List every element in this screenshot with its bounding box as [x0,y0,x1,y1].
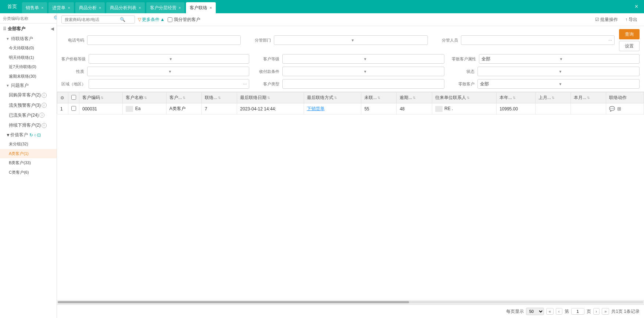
filter-search-input[interactable] [65,17,120,22]
retail-customer-select[interactable]: 全部 ▼ [477,79,640,89]
tab-sales[interactable]: 销售单 × [22,2,47,13]
col-contact-sort[interactable]: ⇅ [218,96,221,100]
retail-customer-field: 零散客户 全部 ▼ [452,79,640,89]
price-grade-label: 客户价格等级 [61,56,89,62]
col-last-date-sort[interactable]: ⇅ [267,96,270,100]
retail-customer-label: 零散客户 [452,81,477,87]
sidebar-item-7days[interactable]: 近7天待联络(0) [0,62,57,72]
info-icon-declining[interactable]: i [42,123,47,128]
prev-page-button[interactable]: ‹ [556,308,562,315]
info-icon-churn-warning[interactable]: i [42,103,47,108]
col-overdue: 逾期... ⇅ [397,92,432,103]
my-customers-input[interactable] [168,17,172,22]
value-customers-group[interactable]: ▼ 价值客户 ↻ ○ ⊡ [0,130,57,139]
info-icon-churned[interactable]: i [39,113,44,118]
batch-op-button[interactable]: ☑ 批量操作 [593,16,620,24]
retail-attr-select[interactable]: 全部 ▼ [479,54,640,64]
tab-product-list[interactable]: 商品分析列表 × [106,2,144,13]
gear-icon[interactable]: ⚙ [60,95,64,100]
col-last-method-sort[interactable]: ⇅ [334,96,337,100]
value-settings-icon[interactable]: ⊡ [37,132,41,138]
query-button[interactable]: 查询 [619,29,640,39]
sidebar-item-churned[interactable]: 已流失客户(24) i [0,110,57,120]
tab-product-analysis-close[interactable]: × [99,6,101,10]
info-icon-repurchase[interactable]: i [42,93,47,98]
phone-input[interactable] [87,35,241,45]
person-select[interactable]: ··· [461,35,615,45]
value-refresh-icon[interactable]: ↻ [29,132,33,138]
last-page-button[interactable]: » [602,308,609,315]
sidebar-item-class-a[interactable]: A类客户(1) [0,149,57,159]
filter-search-icon[interactable]: 🔍 [120,17,125,22]
settings-button[interactable]: 设置 [619,41,640,51]
sidebar-item-today[interactable]: 今天待联络(0) [0,43,57,53]
sidebar-item-class-b[interactable]: B类客户(33) [0,158,57,168]
tab-customer-mgmt[interactable]: 客户分层经营 × [146,2,185,13]
level-select[interactable]: ▼ [282,54,444,64]
problem-customers-group[interactable]: ▼ 问题客户 [0,81,57,90]
col-this-year-sort[interactable]: ⇅ [513,96,516,100]
qr-icon[interactable]: ⊞ [617,106,621,112]
next-page-button[interactable]: › [593,308,600,315]
value-customers-title: 价值客户 [10,132,28,138]
sidebar-item-overdue[interactable]: 逾期未联络(30) [0,72,57,81]
col-code-sort[interactable]: ⇅ [101,96,104,100]
tab-purchase[interactable]: 进货单 × [49,2,74,13]
sidebar-item-class-c[interactable]: C类客户(6) [0,168,57,177]
sidebar-search-icon[interactable]: 🔍 [54,15,57,21]
select-all-checkbox[interactable] [71,95,76,100]
value-add-icon[interactable]: ○ [34,132,36,138]
pending-contact-group[interactable]: ▼ 待联络客户 [0,34,57,43]
col-type-sort[interactable]: ⇅ [183,96,186,100]
problem-customers-arrow: ▼ [6,84,10,88]
row-checkbox-cell[interactable] [68,103,79,114]
sidebar-item-repurchase[interactable]: 回购异常客户(2) i [0,90,57,100]
pagination-footer: 每页显示 50 100 200 « ‹ 第 页 › » 共1页 1条记录 [57,304,644,318]
tab-product-list-close[interactable]: × [139,6,141,10]
col-checkbox[interactable] [68,92,79,103]
tab-customer-mgmt-close[interactable]: × [179,6,181,10]
tab-customer-contact-close[interactable]: × [210,6,212,10]
all-customers-header[interactable]: ⠿ 全部客户 ◀ [0,24,57,34]
dept-select[interactable]: ▼ [274,35,427,45]
more-filters-button[interactable]: ▽ 更多条件 ▲ [138,17,165,23]
col-last-month-sort[interactable]: ⇅ [552,96,555,100]
payment-select[interactable]: ▼ [282,67,444,76]
col-gear[interactable]: ⚙ [57,92,68,103]
tab-purchase-close[interactable]: × [68,6,70,10]
tab-sales-close[interactable]: × [41,6,43,10]
row-last-method[interactable]: 下销货单 [304,103,361,114]
customer-type-select[interactable] [282,79,444,89]
col-no-contact-sort[interactable]: ⇅ [378,96,380,100]
col-overdue-sort[interactable]: ⇅ [413,96,416,100]
col-company-contact-sort[interactable]: ⇅ [467,96,470,100]
col-this-month-label: 本月... [574,95,586,101]
nature-select[interactable]: ▼ [87,67,249,76]
tab-customer-contact[interactable]: 客户联络 × [186,2,215,13]
window-close-button[interactable]: × [632,3,641,10]
first-page-button[interactable]: « [546,308,554,315]
horizontal-scrollbar[interactable] [57,300,644,304]
sidebar-item-churn-warning[interactable]: 流失预警客户(3) i [0,100,57,110]
col-this-month-sort[interactable]: ⇅ [587,96,590,100]
page-number-input[interactable] [571,308,584,315]
row-checkbox[interactable] [71,106,76,111]
sidebar-item-tomorrow[interactable]: 明天待联络(1) [0,53,57,63]
sidebar-item-ungrouped[interactable]: 未分组(32) [0,139,57,149]
price-grade-select[interactable]: ▼ [89,54,249,64]
export-button[interactable]: ↑ 导出 [623,16,640,24]
row-last-method-link[interactable]: 下销货单 [307,106,325,111]
sidebar-item-declining[interactable]: 持续下滑客户(2) i [0,120,57,130]
page-size-select[interactable]: 50 100 200 [526,308,544,315]
col-name-sort[interactable]: ⇅ [144,96,147,100]
scrollbar-thumb[interactable] [58,301,409,303]
region-select[interactable]: ··· [89,79,249,89]
sidebar-search-input[interactable] [3,16,54,21]
tab-product-analysis[interactable]: 商品分析 × [75,2,105,13]
my-customers-checkbox[interactable]: 我分管的客户 [168,17,200,23]
status-arrow: ▼ [559,70,637,74]
collapse-icon[interactable]: ◀ [51,26,54,31]
status-select[interactable]: ▼ [477,67,640,76]
chat-icon[interactable]: 💬 [609,106,615,112]
nav-home[interactable]: 首页 [3,3,21,10]
